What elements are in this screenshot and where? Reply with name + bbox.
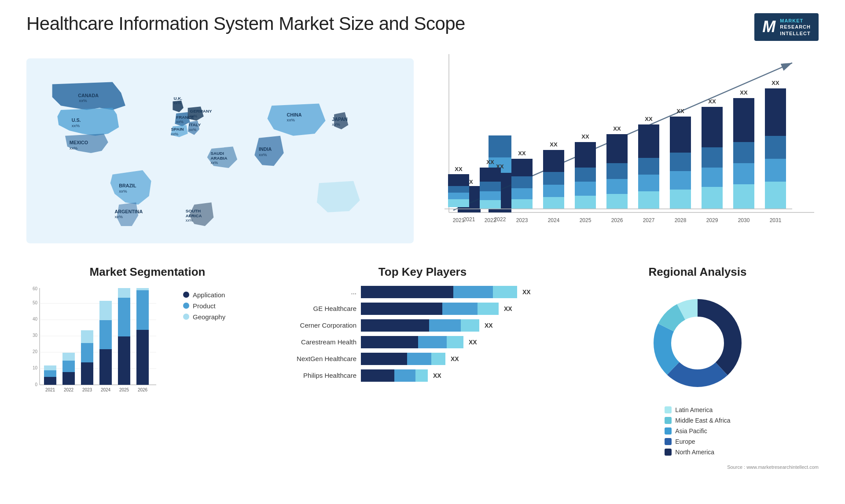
svg-rect-90: [670, 171, 691, 190]
logo-area: M MARKET RESEARCH INTELLECT: [754, 13, 819, 41]
svg-text:XX: XX: [708, 98, 716, 105]
legend-latin-america: Latin America: [665, 406, 730, 413]
svg-rect-47: [448, 199, 469, 207]
legend-geography-dot: [183, 314, 189, 320]
svg-rect-142: [99, 301, 112, 320]
player-name: NextGen Healthcare: [277, 355, 356, 362]
player-bar-seg-mid: [429, 319, 461, 332]
legend-europe: Europe: [665, 438, 730, 445]
svg-text:BRAZIL: BRAZIL: [119, 183, 136, 188]
svg-text:ITALY: ITALY: [189, 122, 201, 127]
player-bar-stacked: [361, 286, 517, 298]
svg-rect-74: [575, 142, 596, 168]
svg-rect-130: [44, 365, 56, 370]
svg-text:xx%: xx%: [189, 128, 197, 132]
player-bar-seg-mid: [394, 369, 415, 382]
svg-text:2031: 2031: [770, 217, 782, 223]
svg-text:XX: XX: [486, 159, 494, 165]
world-map-area: CANADA xx% U.S. xx% MEXICO xx% BRAZIL xx…: [26, 50, 414, 252]
regional-title: Regional Analysis: [577, 265, 819, 279]
players-title: Top Key Players: [277, 265, 568, 279]
svg-rect-136: [81, 362, 93, 385]
logo-text: MARKET RESEARCH INTELLECT: [780, 18, 811, 37]
svg-text:XX: XX: [645, 116, 653, 122]
player-bar-wrap: XX: [361, 369, 568, 382]
svg-rect-95: [702, 187, 723, 209]
player-bar-wrap: XX: [361, 286, 568, 298]
player-bar-seg-light: [478, 303, 499, 315]
svg-rect-53: [480, 200, 501, 209]
svg-rect-72: [575, 182, 596, 196]
svg-text:xx%: xx%: [72, 123, 80, 128]
svg-text:ARGENTINA: ARGENTINA: [114, 209, 143, 214]
svg-point-157: [672, 318, 723, 369]
svg-rect-77: [606, 194, 628, 209]
svg-text:xx%: xx%: [79, 98, 87, 103]
svg-rect-145: [118, 298, 130, 336]
svg-text:60: 60: [33, 286, 38, 291]
svg-rect-48: [448, 193, 469, 199]
svg-rect-96: [702, 168, 723, 187]
svg-rect-149: [136, 290, 149, 330]
player-bar-stacked: [361, 303, 499, 315]
svg-text:xx%: xx%: [332, 122, 340, 127]
segmentation-chart: 0 10 20 30 40 50 60: [26, 286, 158, 405]
svg-rect-132: [62, 372, 75, 385]
legend-application-dot: [183, 292, 189, 298]
bar-chart-area: XX 2021 XX 2022: [431, 50, 819, 252]
svg-rect-84: [638, 175, 659, 191]
donut-legend: Latin America Middle East & Africa Asia …: [665, 406, 730, 456]
player-bar-seg-mid: [453, 286, 493, 298]
market-chart-overlay: XX 2021 XX 2022 XX 2023: [431, 50, 810, 234]
svg-text:2026: 2026: [611, 217, 623, 223]
player-row: GE Healthcare XX: [277, 303, 568, 315]
legend-application: Application: [183, 291, 225, 299]
svg-rect-108: [765, 159, 786, 182]
player-bar-seg-light: [415, 369, 428, 382]
logo-m-icon: M: [762, 18, 775, 36]
svg-rect-50: [448, 174, 469, 186]
player-bar-seg-mid: [418, 336, 447, 348]
svg-text:2023: 2023: [516, 217, 528, 223]
player-row: ... XX: [277, 286, 568, 298]
svg-text:xx%: xx%: [173, 101, 181, 105]
svg-rect-80: [606, 134, 628, 163]
player-bar-stacked: [361, 369, 428, 382]
svg-text:U.S.: U.S.: [72, 117, 81, 123]
legend-middle-east-color: [665, 417, 672, 424]
svg-rect-73: [575, 168, 596, 182]
player-row: Carestream Health XX: [277, 336, 568, 348]
svg-text:2021: 2021: [45, 387, 55, 392]
svg-text:2021: 2021: [453, 217, 465, 223]
player-bar-seg-mid: [407, 353, 431, 365]
svg-rect-78: [606, 179, 628, 194]
player-bar-seg-light: [493, 286, 517, 298]
svg-rect-102: [733, 163, 754, 184]
svg-rect-109: [765, 136, 786, 159]
svg-rect-146: [118, 288, 130, 298]
svg-rect-101: [733, 184, 754, 209]
svg-text:XX: XX: [518, 150, 526, 157]
player-bar-wrap: XX: [361, 353, 568, 365]
bottom-section: Market Segmentation 0 10 20 30 40 50 60: [26, 265, 819, 470]
svg-rect-141: [99, 320, 112, 349]
player-bar-seg-dark: [361, 319, 429, 332]
svg-text:2022: 2022: [485, 217, 496, 223]
svg-rect-89: [670, 190, 691, 209]
svg-text:SOUTH: SOUTH: [186, 208, 201, 213]
legend-middle-east: Middle East & Africa: [665, 417, 730, 424]
donut-chart: [640, 286, 755, 400]
legend-product: Product: [183, 302, 225, 310]
svg-rect-144: [118, 336, 130, 385]
source-text: Source : www.marketresearchintellect.com: [577, 464, 819, 470]
svg-text:xx%: xx%: [287, 117, 295, 122]
svg-rect-129: [44, 370, 56, 377]
player-bar-seg-mid: [442, 303, 478, 315]
svg-rect-79: [606, 163, 628, 179]
player-name: ...: [277, 288, 356, 296]
player-bar-seg-dark: [361, 353, 407, 365]
player-name: Carestream Health: [277, 338, 356, 346]
svg-text:ARABIA: ARABIA: [210, 155, 227, 160]
header: Healthcare Information System Market Siz…: [26, 13, 819, 41]
svg-text:30: 30: [33, 333, 38, 338]
